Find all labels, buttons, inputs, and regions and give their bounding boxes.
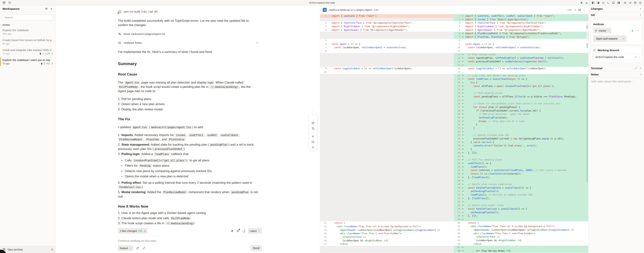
diff-spacer <box>320 32 454 39</box>
inline-code: PlanReviewModal <box>118 138 144 141</box>
spark-icon[interactable] <box>230 229 234 232</box>
caret-right-icon <box>640 67 642 69</box>
play-icon[interactable] <box>312 135 314 138</box>
diff-row: 20+ try { <box>454 81 588 84</box>
theme-toggle-icon[interactable] <box>597 1 600 4</box>
inline-diff-icon[interactable] <box>312 122 314 124</box>
edit-branch-pencil-icon[interactable] <box>634 56 637 58</box>
git-compare-icon[interactable] <box>312 146 314 149</box>
diff-row: 35+ // Update tracked plan IDs <box>454 134 588 137</box>
chat-scroll-area[interactable]: npm run build 2>&1 | tail -80The build c… <box>56 6 320 226</box>
preview-icon[interactable] <box>612 1 615 4</box>
version-dropdown[interactable]: Latest <box>248 228 262 234</box>
view-archive-button[interactable]: View Archive 0 <box>0 246 56 253</box>
diff-row: 51+ setPendingPlan(null); <box>454 190 588 193</box>
diff-panel: TS /medusa/medusa/src/pages/Agent.tsx +5… <box>320 6 588 253</box>
terminal-icon[interactable] <box>607 1 610 4</box>
read-icon <box>118 32 122 36</box>
diff-row: 14+ const previousPlanIdsRef = useRef<Se… <box>454 60 588 64</box>
expand-terminal-icon[interactable] <box>635 67 637 70</box>
attach-file-icon[interactable] <box>136 246 139 250</box>
typescript-file-icon: TS <box>323 8 327 12</box>
workspace-item[interactable]: Install and integrate Vibe Kanban Web C7… <box>0 47 56 57</box>
tool-call-label: Read medusa/src/pages/Agent.tsx <box>124 32 165 36</box>
diff-row: 50+ const handlePlanComplete = useCallba… <box>454 186 588 190</box>
git-more-menu-icon[interactable] <box>636 29 639 32</box>
workspace-item[interactable]: Explore the codebase35m ago <box>0 27 56 37</box>
notes-input[interactable]: Add notes about this workspace... <box>588 78 644 85</box>
diff-body: 1-import { useState } from "react";2 imp… <box>320 14 588 253</box>
chat-heading: Root Cause <box>118 72 259 77</box>
diff-row: 61 <div className="flex flex-col h-scree… <box>454 225 588 228</box>
sign-out-icon[interactable] <box>8 1 12 4</box>
workspace-side-panel: Changes Git medusa master <box>588 6 644 253</box>
collapse-all-icon[interactable] <box>585 1 588 4</box>
tool-call-row[interactable]: Read medusa/src/pages/Agent.tsx <box>118 32 259 36</box>
git-branch-icon <box>595 30 598 32</box>
diff-row: 22+ <box>454 88 588 92</box>
git-compare-icon[interactable] <box>602 1 605 4</box>
workspace-item[interactable]: Explore the codebase I want you to exp7h… <box>0 57 56 67</box>
panel-right-icon[interactable] <box>617 1 620 4</box>
view-archive-label: View Archive <box>7 248 23 251</box>
menu-icon[interactable] <box>624 1 626 4</box>
diff-row: 49+ // Handle plan review completion <box>454 182 588 186</box>
chat-heading: Summary <box>118 61 259 67</box>
overflow-dots-icon[interactable] <box>312 114 314 116</box>
archive-icon[interactable] <box>2 1 6 4</box>
inline-diff-toggle-icon[interactable] <box>578 8 581 12</box>
preview-icon[interactable] <box>312 140 314 144</box>
files-changed-chip[interactable]: 2 files changed +61 -3 <box>118 228 148 234</box>
diff-row: 28+ if (!previousPlanIdsRef.current.has(… <box>454 109 588 112</box>
workspace-item[interactable]: Create Good First Issues on Github So p6… <box>0 37 56 47</box>
diff-file-header[interactable]: TS /medusa/medusa/src/pages/Agent.tsx +5… <box>320 6 588 14</box>
changes-section-header[interactable]: Changes <box>588 6 644 12</box>
diff-row: 11 <box>454 49 588 53</box>
chevron-down-icon <box>129 247 131 249</box>
settings-icon[interactable] <box>639 1 642 4</box>
file-icon <box>40 62 43 65</box>
workspaces-title: Workspaces <box>2 7 20 10</box>
chat-paragraph: I've implemented the fix. Here's a summa… <box>118 50 259 54</box>
tool-call-row[interactable]: Updated Todos <box>118 41 259 45</box>
inline-code: invoke<PlanItem[]>('get_all_plans') <box>132 159 188 162</box>
working-branch-field[interactable]: vk/3ccf-explore-the-code <box>593 54 639 60</box>
send-button[interactable]: Send <box>250 245 262 251</box>
version-label: Latest <box>250 230 257 232</box>
titlebar-right-icons <box>580 1 644 4</box>
spinner-icon[interactable] <box>242 229 246 232</box>
help-icon[interactable] <box>634 1 637 4</box>
diff-scrollbar[interactable] <box>586 15 588 252</box>
notes-section-header[interactable]: Notes <box>588 71 644 78</box>
git-section-header[interactable]: Git <box>588 12 644 18</box>
todos-icon[interactable] <box>236 229 240 232</box>
announcements-icon[interactable] <box>628 1 632 4</box>
diff-row: 1-import { useState } from "react"; <box>320 14 454 18</box>
diff-row: 60 return ( <box>454 221 588 225</box>
chevron-down-icon[interactable] <box>256 41 259 44</box>
workspace-title: Create Good First Issues on Github So p <box>2 39 53 42</box>
copy-icon[interactable] <box>312 127 314 130</box>
open-pull-request-button[interactable]: Open pull request <box>593 36 620 42</box>
inline-code: invoke <box>174 134 186 137</box>
pause-icon[interactable] <box>580 1 583 4</box>
tool-call-label: npm run build 2>&1 | tail -80 <box>124 10 158 14</box>
terminal-section-header[interactable]: Terminal <box>588 65 644 71</box>
message-input[interactable]: Continue working on this task... <box>118 236 262 244</box>
panel-left-icon[interactable] <box>592 1 594 4</box>
diff-row: 37+ } catch (error) { <box>454 140 588 144</box>
pull-request-options-caret[interactable] <box>620 36 626 42</box>
diff-additions: +59 <box>567 8 571 11</box>
collapse-file-chevron-icon[interactable] <box>583 9 586 11</box>
layers-icon[interactable] <box>45 7 48 10</box>
diff-row: 31+ break; // Only open one at a time <box>454 120 588 123</box>
base-branch-dropdown[interactable]: master <box>593 28 611 34</box>
plus-icon[interactable] <box>50 7 53 10</box>
diff-row: 42+ // Poll for pending plans <box>454 158 588 162</box>
mode-dropdown[interactable]: Default <box>118 245 133 251</box>
tool-call-row[interactable]: npm run build 2>&1 | tail -80 <box>118 10 259 14</box>
annotate-pen-icon[interactable] <box>142 246 146 250</box>
diff-row: 40+ }, []); <box>454 151 588 155</box>
search-input[interactable] <box>2 14 53 20</box>
list-item: 1.User is on the Agent page with a Docke… <box>118 211 259 215</box>
